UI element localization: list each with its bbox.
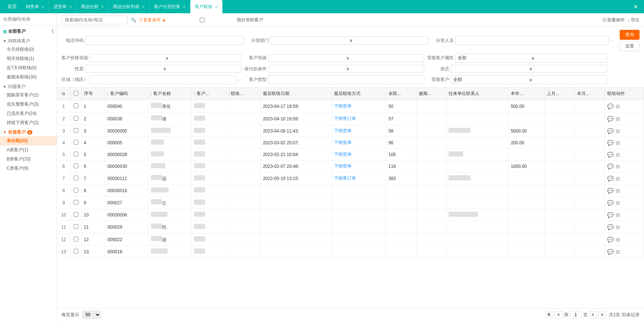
manager-more-icon[interactable]: ··· (610, 38, 614, 43)
window-close-button[interactable]: ✕ (630, 3, 641, 10)
chat-icon[interactable]: 💬 (607, 224, 613, 230)
row-checkbox[interactable] (74, 176, 78, 180)
close-tab-product-list-icon[interactable]: ✕ (142, 5, 145, 9)
sidebar-item-overdue-contact[interactable]: 逾期未联络(30) (0, 73, 57, 82)
sidebar-group-pending[interactable]: ▼ 待联络客户 (0, 36, 57, 45)
close-tab-product-icon[interactable]: ✕ (101, 5, 104, 9)
row-checkbox[interactable] (74, 140, 78, 145)
menu-icon[interactable]: ⊞ (616, 212, 620, 218)
last-method-link[interactable]: 下销货单 (334, 128, 352, 133)
row-checkbox[interactable] (74, 116, 78, 121)
sidebar-group-problem[interactable]: ▼ 问题客户 (0, 82, 57, 91)
customer-type-input[interactable] (268, 75, 425, 84)
row-checkbox[interactable] (74, 128, 78, 133)
retail-customer-select[interactable]: 全部 ∨ (451, 75, 607, 84)
row-checkbox[interactable] (74, 152, 78, 156)
menu-icon[interactable]: ⊞ (616, 116, 620, 122)
reset-button[interactable]: 设置 (620, 41, 640, 51)
nav-tab-sales[interactable]: 销售单 ✕ (21, 0, 49, 13)
close-tab-sales-icon[interactable]: ✕ (41, 5, 44, 9)
settings-icon[interactable]: ⚙ (61, 91, 66, 96)
sidebar-item-class-c[interactable]: C类客户(6) (0, 164, 57, 173)
nature-select[interactable]: ∨ (85, 65, 242, 73)
chat-icon[interactable]: 💬 (607, 116, 613, 122)
nav-home[interactable]: 首页 (3, 3, 21, 10)
chat-icon[interactable]: 💬 (607, 212, 613, 218)
row-checkbox[interactable] (74, 249, 78, 254)
chat-icon[interactable]: 💬 (607, 103, 613, 109)
menu-icon[interactable]: ⊞ (616, 237, 620, 243)
nav-tab-product-list[interactable]: 商品分析列表 ✕ (109, 0, 149, 13)
phone-input[interactable] (85, 36, 244, 45)
last-method-link[interactable]: 下销售订单 (334, 116, 356, 121)
chat-icon[interactable]: 💬 (607, 176, 613, 181)
select-all-checkbox[interactable] (74, 91, 78, 96)
menu-icon[interactable]: ⊞ (616, 188, 620, 194)
sidebar-item-class-a[interactable]: A类客户(1) (0, 145, 57, 155)
row-checkbox[interactable] (74, 212, 78, 217)
close-tab-contact-icon[interactable]: ✕ (215, 5, 218, 9)
page-number-input[interactable] (570, 311, 582, 318)
chat-icon[interactable]: 💬 (607, 163, 613, 169)
filter-search-icon[interactable]: 🔍 (131, 17, 136, 22)
menu-icon[interactable]: ⊞ (616, 249, 620, 255)
first-page-btn[interactable]: K (545, 311, 553, 318)
sidebar-item-declining[interactable]: 持续下滑客户(2) (0, 118, 57, 127)
menu-icon[interactable]: ⊞ (616, 224, 620, 230)
dept-select[interactable]: ∨ (270, 36, 429, 45)
export-btn[interactable]: ↓ 导出 (628, 17, 640, 23)
sidebar-all-customers[interactable]: ⊞ 全部客户 《 (0, 25, 57, 36)
sidebar-item-tomorrow[interactable]: 明天待联络(1) (0, 54, 57, 63)
batch-ops-btn[interactable]: ☑ 批量操作 (602, 17, 625, 23)
region-more-icon[interactable]: ··· (238, 77, 242, 82)
my-customers-checkbox[interactable] (169, 18, 235, 22)
th-settings[interactable]: ⚙ (57, 88, 70, 100)
status-select[interactable]: ∨ (451, 65, 607, 73)
chat-icon[interactable]: 💬 (607, 152, 613, 158)
nav-tab-customer-contact[interactable]: 客户联络 ✕ (190, 0, 222, 13)
close-tab-seg-icon[interactable]: ✕ (183, 5, 186, 9)
nav-tab-product-analysis[interactable]: 商品分析 ✕ (77, 0, 109, 13)
menu-icon[interactable]: ⊞ (616, 176, 620, 181)
customer-level-select[interactable]: ∨ (268, 54, 425, 62)
region-input[interactable] (89, 75, 236, 84)
chat-icon[interactable]: 💬 (607, 128, 613, 134)
my-customers-filter[interactable]: 我分管的客户 (169, 17, 263, 23)
row-checkbox[interactable] (74, 188, 78, 193)
search-input[interactable] (61, 15, 128, 24)
chat-icon[interactable]: 💬 (607, 200, 613, 206)
more-conditions-btn[interactable]: ▽ 更多条件 ▲ (139, 17, 166, 23)
sidebar-item-churned[interactable]: 已流失客户(24) (0, 109, 57, 118)
menu-icon[interactable]: ⊞ (616, 140, 620, 146)
retail-attr-select[interactable]: 全部 ∨ (455, 53, 607, 63)
sidebar-search-input[interactable] (3, 17, 57, 22)
menu-icon[interactable]: ⊞ (616, 128, 620, 134)
payment-select[interactable]: ∨ (268, 65, 425, 73)
collapse-icon[interactable]: 《 (49, 28, 54, 35)
last-method-link[interactable]: 下销货单 (334, 163, 352, 169)
last-page-btn[interactable]: > (598, 311, 606, 318)
chat-icon[interactable]: 💬 (607, 140, 613, 146)
sidebar-item-ungroup[interactable]: 未分组(32) (0, 136, 57, 145)
row-checkbox[interactable] (74, 200, 78, 205)
row-checkbox[interactable] (74, 163, 78, 168)
nav-tab-purchase[interactable]: 进货单 ✕ (49, 0, 77, 13)
prev-page-btn[interactable]: < (555, 311, 563, 318)
chat-icon[interactable]: 💬 (607, 249, 613, 255)
price-level-select[interactable]: ∨ (89, 54, 242, 62)
menu-icon[interactable]: ⊞ (616, 163, 620, 169)
close-tab-purchase-icon[interactable]: ✕ (69, 5, 72, 9)
nav-tab-customer-seg[interactable]: 客户分层经客 ✕ (149, 0, 190, 13)
last-method-link[interactable]: 下销货单 (334, 152, 352, 157)
sidebar-item-abnormal[interactable]: 囤购异常客户(2) (0, 91, 57, 100)
last-method-link[interactable]: 下销货单 (334, 140, 352, 145)
sidebar-item-today[interactable]: 今天待联络(0) (0, 45, 57, 54)
sidebar-item-churn-warning[interactable]: 流失预警客户(3) (0, 100, 57, 109)
chat-icon[interactable]: 💬 (607, 188, 613, 194)
next-page-btn[interactable]: > (589, 311, 597, 318)
last-method-link[interactable]: 下销货单 (334, 103, 352, 109)
sidebar-item-class-b[interactable]: B类客户(33) (0, 155, 57, 164)
row-checkbox[interactable] (74, 237, 78, 241)
last-method-link[interactable]: 下销售订单 (334, 176, 356, 181)
sidebar-group-value[interactable]: ▼ 价值客户 ● (0, 127, 57, 136)
